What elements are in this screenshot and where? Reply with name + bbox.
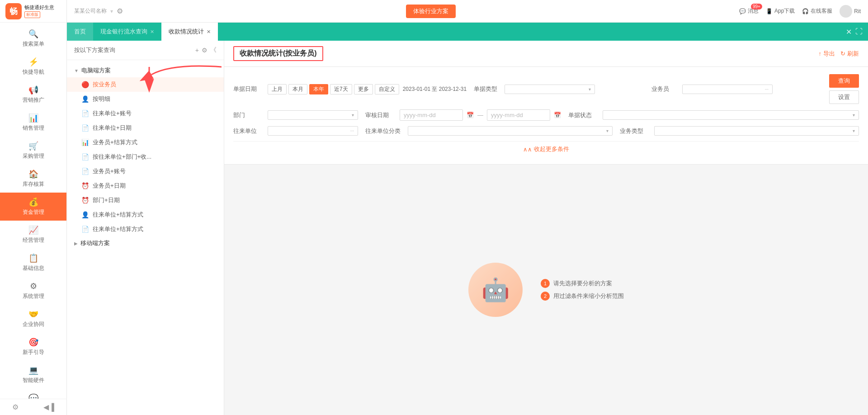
detail-icon: 👤 [81, 95, 89, 103]
tab-cashflow[interactable]: 现金银行流水查询 ✕ [93, 23, 161, 41]
partner-category-dropdown: ▾ [606, 128, 609, 133]
sidebar-item-system[interactable]: ⚙ 系统管理 [0, 277, 66, 305]
sidebar-item-inventory[interactable]: 🏠 库存核算 [0, 165, 66, 193]
dept-select[interactable]: ▾ [268, 110, 358, 120]
collapse-bar[interactable]: ∧∧ 收起更多条件 [233, 141, 859, 157]
sidebar-item-label: 搜索菜单 [23, 40, 44, 48]
online-service-btn[interactable]: 🎧 在线客服 [802, 7, 832, 15]
sales-icon: 📊 [28, 113, 38, 123]
sidebar-item-purchase[interactable]: 🛒 采购管理 [0, 137, 66, 165]
close-window-icon[interactable]: ✕ [846, 28, 852, 36]
export-btn[interactable]: ↑ 导出 [819, 50, 835, 58]
sidebar-item-label: 快捷导航 [23, 68, 44, 76]
tree-item-salesperson-settle[interactable]: 📊 业务员+结算方式 [67, 135, 224, 150]
tree-group-label: 移动端方案 [80, 239, 110, 247]
sidebar-item-wechat[interactable]: 💬 企业微信 [0, 389, 66, 399]
tree-group-desktop-header[interactable]: ▼ 电脑端方案 [67, 64, 224, 77]
tree-item-salesperson-account[interactable]: 📄 业务员+账号 [67, 164, 224, 179]
tree-item-unit-settle1[interactable]: 👤 往来单位+结算方式 [67, 208, 224, 222]
date-btn-more[interactable]: 更多 [354, 84, 373, 94]
audit-from-calendar-icon[interactable]: 📅 [467, 112, 474, 118]
left-panel-title: 按以下方案查询 [74, 46, 115, 54]
audit-to-calendar-icon[interactable]: 📅 [554, 112, 561, 118]
sidebar-item-sales[interactable]: 📊 销售管理 [0, 108, 66, 137]
sidebar-item-operations[interactable]: 📈 经营管理 [0, 221, 66, 249]
query-btn[interactable]: 查询 [829, 74, 859, 88]
sidebar-item-label: 销售管理 [23, 124, 44, 132]
collapse-panel-icon[interactable]: 《 [210, 46, 217, 54]
topbar-breadcrumb: 某某公司名称 [74, 7, 107, 15]
tab-home[interactable]: 首页 [67, 23, 93, 41]
sidebar-item-label: 企业协同 [23, 321, 44, 328]
sidebar-item-shortcut[interactable]: ⚡ 快捷导航 [0, 52, 66, 80]
sidebar-item-enterprise[interactable]: 🤝 企业协同 [0, 305, 66, 333]
sidebar-item-basic[interactable]: 📋 基础信息 [0, 249, 66, 277]
date-filter: 上月 本月 本年 近7天 更多 自定义 2023-01-01 至 2023-12… [268, 84, 467, 94]
tree-group-mobile-header[interactable]: ▶ 移动端方案 [67, 236, 224, 250]
doc-type-select[interactable]: ▾ [505, 85, 595, 94]
audit-date-to[interactable]: yyyy-mm-dd [487, 109, 550, 121]
tree-item-unit-settle2[interactable]: 📄 往来单位+结算方式 [67, 222, 224, 236]
logo-icon: 畅 [5, 3, 22, 19]
partner-label: 往来单位 [233, 127, 260, 135]
empty-tip-2: 2 用过滤条件来缩小分析范围 [541, 292, 624, 301]
topbar-settings-icon[interactable]: ⚙ [117, 7, 123, 15]
tree-item-unit-account[interactable]: 📄 往来单位+账号 [67, 106, 224, 121]
tree-item-unit-date[interactable]: 📄 往来单位+日期 [67, 121, 224, 135]
biz-type-select[interactable]: ▾ [654, 126, 859, 136]
add-scheme-btn[interactable]: + [195, 47, 199, 54]
refresh-btn[interactable]: ↻ 刷新 [840, 50, 859, 58]
audit-date-from[interactable]: yyyy-mm-dd [400, 109, 463, 121]
left-panel-content: ▼ 电脑端方案 🔴 按业务员 👤 按明细 📄 往来单位+账号 [67, 60, 224, 415]
sidebar-item-hardware[interactable]: 💻 智能硬件 [0, 361, 66, 389]
empty-illustration: 🤖 [468, 263, 523, 317]
tab-receipt[interactable]: 收款情况统计 ✕ [161, 23, 218, 41]
tab-cashflow-close[interactable]: ✕ [150, 29, 154, 35]
user-menu-btn[interactable]: Rit [840, 5, 861, 18]
tree-item-label: 业务员+结算方式 [93, 138, 137, 146]
topbar-left: 某某公司名称 ▾ ⚙ [74, 7, 123, 15]
sidebar-item-label: 采购管理 [23, 152, 44, 160]
sidebar-collapse-btn[interactable]: ◀▐ [43, 403, 54, 411]
date-btn-this-year[interactable]: 本年 [309, 84, 328, 94]
tree-item-dept-date[interactable]: ⏰ 部门+日期 [67, 193, 224, 208]
trial-btn[interactable]: 体验行业方案 [406, 5, 456, 18]
tree-item-label: 往来单位+结算方式 [93, 225, 143, 233]
settings-btn[interactable]: 设置 [829, 90, 859, 104]
tree-item-unit-dept-recv[interactable]: 📄 按往来单位+部门+收... [67, 150, 224, 164]
filter-area: 单据日期 上月 本月 本年 近7天 更多 自定义 2023-01-01 至 20… [224, 67, 868, 165]
maximize-icon[interactable]: ⛶ [855, 28, 863, 36]
scheme-settings-icon[interactable]: ⚙ [202, 47, 208, 54]
doc-status-select[interactable]: ▾ [603, 110, 859, 120]
tab-receipt-close[interactable]: ✕ [207, 29, 211, 35]
sidebar-item-search[interactable]: 🔍 搜索菜单 [0, 24, 66, 52]
user-name: Rit [854, 8, 861, 14]
messages-btn[interactable]: 💬 消息 99+ [739, 7, 759, 15]
tree-item-label: 往来单位+账号 [93, 109, 132, 118]
topbar-dropdown-icon[interactable]: ▾ [110, 8, 113, 14]
sp-date-icon: ⏰ [81, 182, 89, 189]
tree-item-by-detail[interactable]: 👤 按明细 [67, 92, 224, 106]
partner-category-select[interactable]: ▾ [408, 126, 613, 136]
sidebar-item-marketing[interactable]: 📢 营销推广 [0, 80, 66, 108]
date-btn-this-month[interactable]: 本月 [288, 84, 307, 94]
tip-text-1: 请先选择要分析的方案 [553, 279, 612, 288]
user-avatar [840, 5, 852, 18]
unit-settle2-icon: 📄 [81, 226, 89, 233]
date-btn-7days[interactable]: 近7天 [330, 84, 352, 94]
sidebar-item-guide[interactable]: 🎯 新手引导 [0, 333, 66, 361]
sidebar-item-finance[interactable]: 💰 资金管理 [0, 193, 66, 221]
sidebar: 畅 畅捷通好生意 标准版 🔍 搜索菜单 ⚡ 快捷导航 📢 营销推广 📊 销售管理… [0, 0, 67, 415]
left-panel-header: 按以下方案查询 + ⚙ 《 [67, 41, 224, 60]
sidebar-settings-btn[interactable]: ⚙ [12, 403, 19, 411]
tree-item-salesperson-date[interactable]: ⏰ 业务员+日期 [67, 179, 224, 193]
salesperson-select[interactable]: ··· [682, 85, 773, 94]
partner-select[interactable]: ··· [268, 126, 358, 136]
tree-item-by-salesperson[interactable]: 🔴 按业务员 [67, 77, 224, 92]
operations-icon: 📈 [28, 225, 38, 235]
app-download-btn[interactable]: 📱 App下载 [766, 7, 795, 15]
doc-status-dropdown-icon: ▾ [853, 113, 855, 118]
right-panel: 收款情况统计(按业务员) ↑ 导出 ↻ 刷新 单据日期 [224, 41, 868, 415]
date-btn-custom[interactable]: 自定义 [375, 84, 399, 94]
date-btn-last-month[interactable]: 上月 [268, 84, 287, 94]
